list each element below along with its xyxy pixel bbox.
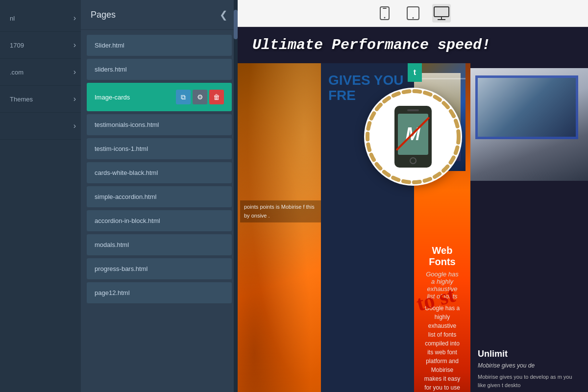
banner-title: Ultimate Performance speed!: [252, 37, 490, 53]
page-item-label: sliders.html: [95, 66, 127, 73]
pages-list: Slider.html sliders.html Image-cards ⧉ ⚙…: [81, 30, 238, 392]
svg-point-4: [412, 17, 414, 19]
web-fonts-body: Google has a highly exhaustive list of f…: [424, 304, 461, 392]
svg-rect-1: [383, 8, 387, 9]
phone-icon: M: [394, 106, 432, 168]
scroll-thumb: [234, 10, 238, 39]
sidebar-item-5[interactable]: ›: [0, 113, 81, 140]
chevron-right-icon: ›: [74, 14, 76, 23]
teal-action-button[interactable]: t: [408, 63, 422, 82]
chevron-right-icon: ›: [74, 122, 76, 130]
page-item-label: cards-white-black.html: [95, 169, 158, 176]
page-item-actions: ⧉ ⚙ 🗑: [176, 90, 224, 104]
toolbar: [238, 0, 588, 27]
page-item-accordion-in-block[interactable]: accordion-in-block.html: [87, 210, 232, 231]
phone-body: M: [394, 106, 432, 168]
page-item-label: simple-accordion.html: [95, 193, 156, 200]
chevron-right-icon: ›: [74, 41, 76, 49]
sidebar-item-themes-label: Themes: [10, 96, 33, 103]
preview-content: Ultimate Performance speed! points point…: [238, 27, 588, 392]
floating-logo-circle: M: [364, 88, 462, 186]
delete-page-button[interactable]: 🗑: [209, 90, 224, 104]
right-card-title: Unlimit: [478, 349, 581, 359]
copy-page-button[interactable]: ⧉: [176, 90, 191, 104]
svg-rect-5: [434, 7, 449, 17]
page-item-testim-icons-1[interactable]: testim-icons-1.html: [87, 138, 232, 159]
page-item-label: testim-icons-1.html: [95, 145, 148, 152]
page-item-label: accordion-in-block.html: [95, 217, 160, 224]
sidebar-item-2[interactable]: 1709 ›: [0, 32, 81, 59]
pages-header: Pages ❮: [81, 0, 238, 30]
page-item-testimonials-icons[interactable]: testimonials-icons.html: [87, 114, 232, 135]
page-item-label: testimonials-icons.html: [95, 121, 159, 128]
page-item-label: Image-cards: [95, 94, 130, 101]
right-panel-content: Unlimit Mobirise gives you de Mobirise g…: [470, 342, 588, 392]
scrollbar[interactable]: [234, 0, 238, 392]
pages-panel-title: Pages: [91, 10, 116, 20]
chevron-right-icon: ›: [74, 95, 76, 103]
page-item-label: page12.html: [95, 289, 130, 296]
left-sidebar: nl › 1709 › .com › Themes › ›: [0, 0, 81, 392]
page-item-image-cards[interactable]: Image-cards ⧉ ⚙ 🗑: [87, 83, 232, 111]
page-item-modals[interactable]: modals.html: [87, 234, 232, 255]
sidebar-item-label: nl: [10, 15, 15, 22]
page-item-cards-white-black[interactable]: cards-white-black.html: [87, 162, 232, 183]
sidebar-item-1[interactable]: nl ›: [0, 5, 81, 32]
svg-point-2: [384, 17, 385, 19]
chevron-right-icon: ›: [74, 68, 76, 76]
page-item-sliders[interactable]: sliders.html: [87, 59, 232, 80]
right-card-subtitle: Mobirise gives you de: [478, 362, 581, 369]
points-text: points points is Mobirise f this by onsi…: [240, 200, 321, 222]
banner-section: Ultimate Performance speed!: [238, 27, 588, 63]
main-area: Ultimate Performance speed! points point…: [238, 0, 588, 392]
sidebar-item-themes[interactable]: Themes ›: [0, 86, 81, 113]
desktop-view-button[interactable]: [432, 4, 451, 23]
page-item-label: Slider.html: [95, 42, 124, 49]
page-item-simple-accordion[interactable]: simple-accordion.html: [87, 186, 232, 207]
page-item-progress-bars[interactable]: progress-bars.html: [87, 258, 232, 279]
pages-panel: Pages ❮ Slider.html sliders.html Image-c…: [81, 0, 238, 392]
mobile-view-button[interactable]: [375, 4, 394, 23]
web-fonts-title: Web Fonts: [424, 245, 461, 268]
preview-area: Ultimate Performance speed! points point…: [238, 27, 588, 392]
sidebar-item-label: 1709: [10, 42, 24, 49]
settings-page-button[interactable]: ⚙: [193, 90, 207, 104]
computer-photo: [470, 68, 588, 181]
page-item-slider[interactable]: Slider.html: [87, 35, 232, 56]
right-col: Unlimit Mobirise gives you de Mobirise g…: [470, 63, 588, 392]
pages-close-button[interactable]: ❮: [220, 9, 228, 21]
sidebar-item-label: .com: [10, 69, 24, 76]
sidebar-item-3[interactable]: .com ›: [0, 59, 81, 86]
page-item-label: modals.html: [95, 241, 129, 248]
tablet-view-button[interactable]: [404, 4, 422, 23]
right-card-body: Mobirise gives you to develop as m you l…: [478, 373, 581, 389]
left-photo-col: points points is Mobirise f this by onsi…: [238, 63, 321, 392]
page-item-label: progress-bars.html: [95, 265, 147, 272]
page-item-page12[interactable]: page12.html: [87, 282, 232, 303]
